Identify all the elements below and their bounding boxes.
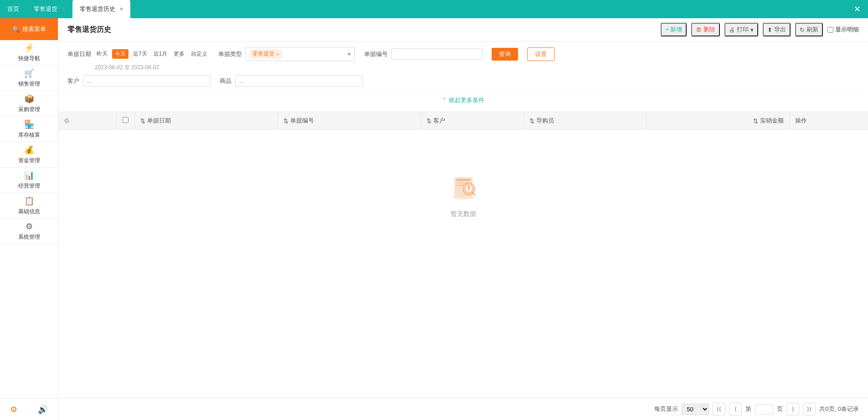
sidebar-item-sales-label: 销售管理: [18, 80, 40, 88]
empty-state-row: 暂无数据: [58, 130, 868, 255]
filter-date-label: 单据日期: [67, 50, 91, 58]
th-guide-sort-icon: ⇅: [529, 118, 534, 124]
type-tag-text: 零售退货: [252, 50, 274, 58]
date-shortcuts: 昨天 今天 近7天 近1月 更多 自定义: [95, 49, 209, 59]
th-action: 操作: [790, 112, 868, 130]
collapse-button[interactable]: ⌃ 收起更多条件: [437, 94, 490, 106]
filter-goods-input[interactable]: [235, 75, 363, 87]
sidebar-item-sales[interactable]: 🛒 销售管理: [0, 66, 58, 91]
date-range-display: 2023-06-02 至 2023-06-02: [95, 63, 859, 72]
settings-bottom-icon[interactable]: ⚙: [10, 405, 17, 415]
filter-goods-label: 商品: [220, 77, 231, 85]
page-label: 第: [745, 405, 751, 413]
sidebar-search-label: 搜索菜单: [22, 25, 46, 33]
th-customer-sort-icon: ⇅: [426, 118, 431, 124]
refresh-icon: ↻: [800, 26, 805, 33]
sidebar-item-finance-label: 资金管理: [18, 157, 40, 164]
filter-row-2: 客户 商品: [67, 75, 859, 87]
settings-icon[interactable]: ⚙: [64, 117, 70, 124]
tab-retail-return-history-close[interactable]: ×: [120, 6, 123, 12]
filter-customer-label: 客户: [67, 77, 79, 85]
tab-retail-return[interactable]: 零售退货 ×: [26, 0, 72, 18]
svg-rect-2: [456, 179, 471, 181]
sidebar-item-purchase[interactable]: 📦 采购管理: [0, 91, 58, 117]
print-arrow-icon: ▾: [750, 26, 754, 33]
filter-type: 单据类型 零售退货 × ▾: [218, 47, 355, 61]
filter-number-input[interactable]: [391, 48, 483, 60]
audio-icon[interactable]: 🔊: [38, 405, 48, 415]
total-info: 共0页, 0条记录: [819, 405, 859, 413]
shortcut-custom[interactable]: 自定义: [189, 49, 209, 59]
filter-type-label: 单据类型: [218, 50, 242, 58]
shortcut-7days[interactable]: 近7天: [131, 49, 149, 59]
first-page-button[interactable]: ⟨⟨: [713, 403, 725, 415]
filter-row-1: 单据日期 昨天 今天 近7天 近1月 更多 自定义 单据类型: [67, 47, 859, 61]
empty-state-icon: [445, 166, 482, 203]
set-button[interactable]: 设置: [527, 47, 555, 61]
page-header: 零售退货历史 + 新增 🗑 删除 🖨 🖨 打印 打印 ▾ ⬆ 导出 ↻ 刷新: [58, 18, 868, 41]
sidebar-item-purchase-label: 采购管理: [18, 106, 40, 113]
filter-goods: 商品: [220, 75, 363, 87]
filter-section: 单据日期 昨天 今天 近7天 近1月 更多 自定义 单据类型: [58, 41, 868, 112]
print-button[interactable]: 🖨 🖨 打印 打印 ▾: [724, 23, 758, 36]
shortcut-1month[interactable]: 近1月: [152, 49, 169, 59]
th-date: ⇅ 单据日期: [135, 112, 278, 130]
next-page-button[interactable]: ⟩: [786, 403, 799, 415]
shortcut-more[interactable]: 更多: [172, 49, 186, 59]
sidebar-item-basic-info[interactable]: 📋 基础信息: [0, 193, 58, 219]
basic-info-icon: 📋: [24, 196, 34, 206]
sidebar-item-system-label: 系统管理: [18, 233, 40, 241]
last-page-button[interactable]: ⟩⟩: [803, 403, 816, 415]
sidebar-item-operations-label: 经营管理: [18, 182, 40, 190]
search-icon: 🔍: [12, 26, 20, 33]
sidebar-item-finance[interactable]: 💰 资金管理: [0, 142, 58, 168]
prev-page-button[interactable]: ⟨: [729, 403, 742, 415]
type-tag: 零售退货 ×: [250, 49, 282, 59]
system-icon: ⚙: [26, 221, 33, 231]
purchase-icon: 📦: [24, 94, 34, 104]
filter-number-label: 单据编号: [364, 50, 388, 58]
new-button[interactable]: + 新增: [661, 23, 687, 36]
refresh-button[interactable]: ↻ 刷新: [795, 23, 823, 36]
shortcut-yesterday[interactable]: 昨天: [95, 49, 109, 59]
window-close-button[interactable]: ✕: [854, 4, 861, 14]
tab-retail-return-close[interactable]: ×: [62, 6, 65, 12]
filter-customer-input[interactable]: [83, 75, 211, 87]
sales-icon: 🛒: [24, 68, 34, 78]
quick-nav-icon: ⚡: [24, 43, 34, 53]
filter-number: 单据编号: [364, 48, 483, 60]
sidebar-item-operations[interactable]: 📊 经营管理: [0, 168, 58, 193]
th-amount-sort-icon: ⇅: [753, 118, 758, 124]
pagination: 每页显示 20 50 100 200 ⟨⟨ ⟨ 第 1 页 ⟩ ⟩⟩ 共0页, …: [58, 398, 868, 420]
page-number-input[interactable]: 1: [755, 404, 773, 415]
delete-button[interactable]: 🗑 删除: [691, 23, 720, 36]
per-page-select[interactable]: 20 50 100 200: [682, 404, 709, 415]
sidebar: 🔍 搜索菜单 ⚡ 快捷导航 🛒 销售管理 📦 采购管理 🏪 库存核算 💰 资金管…: [0, 18, 58, 420]
th-settings[interactable]: ⚙: [58, 112, 117, 130]
th-guide: ⇅ 导购员: [524, 112, 647, 130]
show-detail-checkbox[interactable]: [827, 27, 833, 33]
sidebar-item-quick-nav[interactable]: ⚡ 快捷导航: [0, 40, 58, 66]
sidebar-item-inventory[interactable]: 🏪 库存核算: [0, 117, 58, 142]
th-number-sort-icon: ⇅: [283, 118, 288, 124]
sidebar-search[interactable]: 🔍 搜索菜单: [0, 18, 58, 40]
operations-icon: 📊: [24, 170, 34, 180]
export-button[interactable]: ⬆ 导出: [763, 23, 791, 36]
content-area: 零售退货历史 + 新增 🗑 删除 🖨 🖨 打印 打印 ▾ ⬆ 导出 ↻ 刷新: [58, 18, 868, 420]
finance-icon: 💰: [24, 145, 34, 155]
shortcut-today[interactable]: 今天: [112, 49, 128, 59]
table-body: 暂无数据: [58, 130, 868, 255]
tab-retail-return-history[interactable]: 零售退货历史 ×: [72, 0, 130, 18]
type-select-arrow-icon: ▾: [348, 51, 351, 57]
select-all-checkbox[interactable]: [123, 117, 128, 123]
tab-home-label: 首页: [7, 5, 19, 13]
filter-date: 单据日期 昨天 今天 近7天 近1月 更多 自定义: [67, 49, 209, 59]
sidebar-item-system[interactable]: ⚙ 系统管理: [0, 219, 58, 244]
filter-type-select[interactable]: 零售退货 × ▾: [246, 47, 355, 61]
tab-home[interactable]: 首页: [0, 0, 26, 18]
query-button[interactable]: 查询: [492, 48, 518, 61]
print-icon: 🖨: [729, 26, 735, 33]
sidebar-item-inventory-label: 库存核算: [18, 131, 40, 139]
type-tag-close[interactable]: ×: [276, 51, 279, 57]
th-checkbox[interactable]: [117, 112, 135, 130]
